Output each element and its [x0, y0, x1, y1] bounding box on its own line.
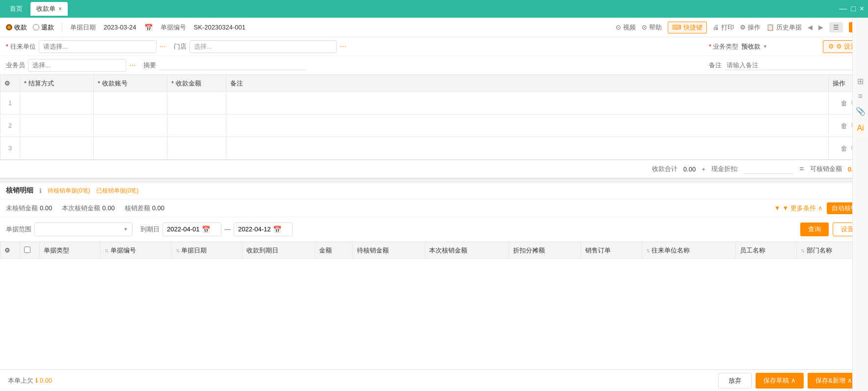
settle-cell-3[interactable]	[20, 137, 94, 160]
top-nav: 首页 收款单 × — □ ×	[0, 0, 868, 18]
select-all-checkbox[interactable]	[24, 247, 30, 253]
amount-cell-1[interactable]	[167, 92, 226, 114]
staff-more-btn[interactable]: ···	[129, 61, 136, 70]
close-window-icon[interactable]: ×	[860, 4, 864, 13]
account-input-2[interactable]	[94, 114, 167, 137]
amount-cell-3[interactable]	[167, 137, 226, 160]
date-calendar-icon[interactable]: 📅	[144, 24, 153, 31]
close-tab-icon[interactable]: ×	[58, 5, 62, 12]
calendar-to-icon[interactable]: 📅	[273, 225, 281, 233]
sort-icon-number[interactable]: ⇅	[105, 248, 108, 253]
bottom-gear-icon: ⚙	[4, 247, 10, 254]
footer-info-icon[interactable]: ℹ	[35, 377, 38, 384]
video-btn[interactable]: ⊙ 视频	[616, 23, 636, 32]
store-select[interactable]: 选择...	[190, 40, 337, 53]
video-label: 视频	[623, 23, 636, 32]
receipt-radio-input[interactable]	[6, 24, 12, 30]
help-label: 帮助	[649, 23, 662, 32]
save-draft-btn[interactable]: 保存草稿 ∧	[756, 373, 804, 389]
account-cell-3[interactable]	[94, 137, 167, 160]
remark-input-1[interactable]	[226, 92, 828, 114]
business-type-select[interactable]: 预收款 ▼	[741, 42, 820, 51]
remark-cell-3[interactable]	[226, 137, 829, 160]
sort-icon-partner[interactable]: ⇅	[646, 248, 650, 253]
settle-cell-1[interactable]	[20, 92, 94, 114]
account-input-3[interactable]	[94, 137, 167, 159]
refund-radio-input[interactable]	[33, 24, 39, 30]
this-order-label: 本单上欠	[8, 376, 33, 385]
nav-prev-icon[interactable]: ◀	[808, 24, 813, 31]
calendar-from-icon[interactable]: 📅	[202, 225, 210, 233]
current-verify-label: 本次核销金额	[62, 204, 100, 213]
th-due-label: 收款到期日	[246, 247, 278, 254]
business-type-arrow: ▼	[762, 44, 767, 49]
range-select[interactable]: ▼	[34, 223, 133, 236]
refund-radio[interactable]: 退款	[33, 23, 54, 32]
account-cell-2[interactable]	[94, 114, 167, 137]
date-to-input[interactable]: 2022-04-12 📅	[234, 223, 293, 236]
summary-input[interactable]	[159, 60, 306, 70]
partner-input[interactable]	[39, 40, 157, 53]
shortcut-btn[interactable]: ⌨ 快捷键	[668, 22, 707, 33]
amount-input-1[interactable]	[167, 92, 226, 114]
help-btn[interactable]: ⊙ 帮助	[642, 23, 662, 32]
save-draft-arrow: ∧	[791, 377, 796, 384]
amount-cell-2[interactable]	[167, 114, 226, 137]
sidebar-table-icon[interactable]: ⊞	[857, 77, 864, 86]
nav-tab-current[interactable]: 收款单 ×	[30, 2, 68, 16]
staff-input[interactable]	[28, 59, 126, 72]
query-btn[interactable]: 查询	[800, 223, 829, 236]
verify-info-icon[interactable]: ℹ	[39, 187, 42, 195]
abandon-btn[interactable]: 放弃	[718, 373, 752, 389]
sidebar-ai-icon[interactable]: Ai	[855, 122, 866, 135]
amount-input-3[interactable]	[167, 137, 226, 159]
th-check[interactable]	[20, 242, 40, 259]
settle-input-2[interactable]	[20, 114, 93, 137]
nav-next-icon[interactable]: ▶	[818, 24, 823, 31]
remark-input-3[interactable]	[226, 137, 828, 159]
account-cell-1[interactable]	[94, 92, 167, 114]
print-btn[interactable]: 🖨 打印	[713, 23, 734, 32]
discount-input[interactable]	[744, 164, 793, 174]
bottom-table: ⚙ 单据类型 ⇅ 单据编号 ⇅	[0, 242, 868, 259]
partner-label: 往来单位	[6, 42, 36, 51]
remark-cell-2[interactable]	[226, 114, 829, 137]
list-view-icon[interactable]: ☰	[829, 22, 843, 32]
th-current-label: 本次核销金额	[429, 247, 467, 254]
sidebar-list-icon[interactable]: ≡	[858, 92, 863, 101]
sort-icon-dept[interactable]: ⇅	[801, 248, 805, 253]
store-more-btn[interactable]: ···	[340, 42, 346, 51]
filter-more-btn[interactable]: ▼ ▼ 更多条件 ∧	[774, 204, 823, 213]
settle-input-3[interactable]	[20, 137, 93, 159]
minimize-icon[interactable]: —	[839, 4, 847, 13]
remark-input[interactable]	[725, 60, 862, 70]
delete-icon-2[interactable]: 🗑	[841, 122, 847, 130]
remark-input-2[interactable]	[226, 114, 828, 137]
footer-info: 本单上欠 ℹ 0.00	[8, 376, 52, 385]
th-gear2[interactable]: ⚙	[0, 242, 20, 259]
delete-icon-1[interactable]: 🗑	[841, 99, 847, 107]
done-tab[interactable]: 已核销单据(0笔)	[96, 187, 139, 195]
partner-more-btn[interactable]: ···	[160, 42, 166, 51]
operation-btn[interactable]: ⚙ 操作	[740, 23, 760, 32]
th-pending: 待核销金额	[353, 242, 425, 259]
maximize-icon[interactable]: □	[851, 4, 856, 13]
amount-input-2[interactable]	[167, 114, 226, 137]
remark-cell-1[interactable]	[226, 92, 829, 114]
delete-icon-3[interactable]: 🗑	[841, 144, 847, 152]
footer-actions: 放弃 保存草稿 ∧ 保存&新增 ∧	[718, 373, 860, 389]
sort-icon-date[interactable]: ⇅	[176, 248, 180, 253]
account-input-1[interactable]	[94, 92, 167, 114]
settle-cell-2[interactable]	[20, 114, 94, 137]
nav-tab-home[interactable]: 首页	[4, 2, 28, 16]
th-gear[interactable]: ⚙	[0, 75, 20, 92]
receipt-radio[interactable]: 收款	[6, 23, 27, 32]
remark-field: 备注	[709, 60, 862, 70]
date-from-input[interactable]: 2022-04-01 📅	[163, 223, 221, 236]
settle-input-1[interactable]	[20, 92, 93, 114]
th-due: 收款到期日	[243, 242, 315, 259]
sidebar-attach-icon[interactable]: 📎	[856, 107, 866, 116]
history-btn[interactable]: 📋 历史单据	[766, 23, 802, 32]
pending-tab[interactable]: 待核销单据(0笔)	[48, 187, 90, 195]
refund-label: 退款	[41, 23, 54, 32]
